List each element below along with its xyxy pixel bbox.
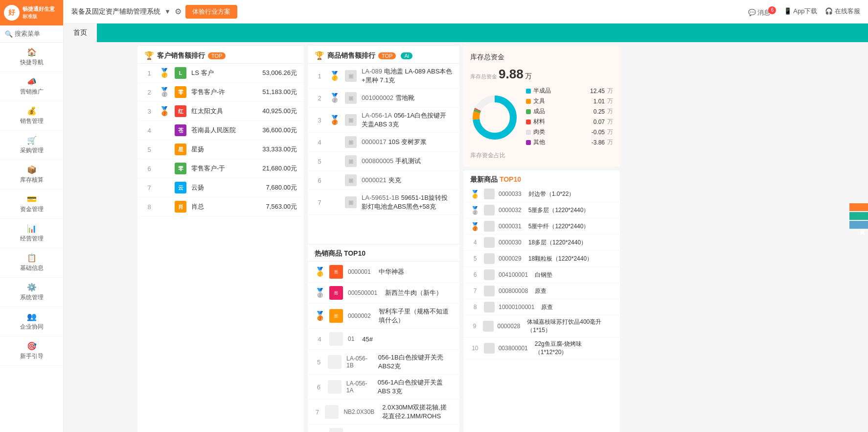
rank-number: 7 (144, 184, 154, 192)
sidebar-item-system[interactable]: ⚙️ 系统管理 (0, 278, 63, 307)
hot-products-header: 热销商品 TOP10 (308, 244, 459, 262)
sidebar-item-enterprise[interactable]: 👥 企业协同 (0, 307, 63, 336)
rank-number: 6 (144, 165, 154, 172)
new-code: 000800008 (499, 288, 528, 294)
legend-item: 文具 1.01 万 (526, 97, 613, 105)
top-products-badge: TOP (378, 52, 396, 59)
customer-rank-item: 8 🥉 肖 肖总 7,563.00元 (137, 197, 304, 216)
rank-number: 5 (315, 158, 324, 165)
product-thumb: ▣ (345, 114, 357, 126)
sidebar-item-basic-info[interactable]: 📋 基础信息 (0, 248, 63, 278)
top-products-body: 1 🥇 ▣ LA-089电池盖 LA-089 ABS本色+黑种 7.1克 2 🥈… (308, 64, 459, 244)
rank-number: 5 (144, 146, 154, 153)
medal-icon: 🥈 (329, 93, 340, 103)
rank-avatar: 零 (175, 86, 186, 98)
rank-avatar: 零 (175, 163, 186, 174)
hot-name: 45# (362, 336, 373, 343)
sidebar-item-finance[interactable]: 💳 资金管理 (0, 190, 63, 219)
rank-medal: 🥉 (315, 311, 324, 321)
customer-rank-item: 4 🥉 苍 苍南县人民医院 36,600.00元 (137, 121, 304, 140)
hot-thumb: 图 (329, 309, 343, 323)
trial-button[interactable]: 体验行业方案 (185, 5, 237, 19)
product-info: 000001710S 变树罗浆 (362, 138, 453, 146)
left-spacer (64, 42, 134, 432)
rank-number: 4 (315, 139, 324, 146)
new-thumb (484, 269, 495, 280)
customer-ranking-panel: 🏆 客户销售额排行 TOP 1 🥇 L LS 客户 53,006.26元 2 (137, 46, 304, 432)
new-product-item: 5 0000029 18颗粒板（1220*2440） (463, 251, 620, 267)
new-products-panel: 最新商品 TOP10 🥇 0000033 封边带（1.0*22） 🥈 00 (463, 170, 620, 432)
inventory-amount: 9.88 (499, 67, 524, 81)
sidebar-item-sales[interactable]: 💰 销售管理 (0, 101, 63, 131)
rank-avatar: 肖 (175, 201, 186, 213)
finance-icon: 💳 (27, 194, 37, 204)
rank-amount: 7,680.00元 (266, 183, 297, 192)
inventory-footer: 库存资金占比 (470, 151, 613, 160)
rank-name: 苍南县人民医院 (191, 126, 257, 135)
system-dropdown[interactable]: ▼ (164, 8, 171, 15)
new-name: 18颗粒板（1220*2440） (528, 255, 593, 263)
rank-number: 10 (470, 345, 480, 352)
legend-dot (526, 109, 531, 114)
hot-product-item: 🥉 图 0000002 智利车子里（规格不知道填什么） (308, 304, 459, 329)
sidebar-item-guide[interactable]: 🎯 新手引导 (0, 336, 63, 366)
cs-btn-hotline[interactable]: 客服热线 (849, 203, 868, 211)
hot-name: 新西兰牛肉（新牛） (385, 288, 442, 297)
app-download-link[interactable]: 📱 App下载 (784, 7, 817, 16)
tab-home[interactable]: 首页 (64, 24, 97, 42)
sidebar-item-inventory[interactable]: 📦 库存核算 (0, 160, 63, 190)
trophy-icon-2: 🏆 (315, 51, 324, 60)
sidebar-item-operations[interactable]: 📊 经营管理 (0, 219, 63, 248)
rank-avatar: 星 (175, 144, 186, 155)
legend-unit: 万 (607, 107, 613, 116)
rank-number: 3 (144, 108, 154, 115)
rank-avatar: 苍 (175, 124, 186, 136)
rank-number: 1 (144, 70, 154, 77)
rank-number: 7 (315, 199, 324, 206)
sidebar-logo: 好 畅捷通好生意 标准版 (0, 0, 63, 25)
search-menu[interactable]: 🔍 搜索菜单 (0, 25, 63, 43)
hot-name: 056-1A白色按键开关盖ABS 3克 (378, 378, 453, 396)
basic-info-icon: 📋 (27, 253, 37, 263)
rank-number: 4 (144, 127, 154, 134)
new-code: 0000028 (498, 323, 521, 330)
new-code: 0000030 (499, 239, 522, 246)
new-product-item: 8 10000100001 原查 (463, 299, 620, 315)
rank-name: 零售客户-许 (191, 88, 257, 96)
inventory-panel: 库存总资金 库存总资金 9.88 万 (463, 46, 620, 167)
online-service-link[interactable]: 🎧 在线客服 (825, 7, 860, 16)
sidebar-item-marketing[interactable]: 📣 营销推广 (0, 72, 63, 101)
inventory-chart-area: 半成品 12.45 万 文具 1.01 万 (470, 87, 613, 148)
customer-rank-item: 3 🥉 红 红太阳文具 40,925.00元 (137, 102, 304, 121)
legend-value: -0.05 (592, 129, 605, 136)
hot-thumb (328, 355, 342, 369)
rank-amount: 36,600.00元 (262, 126, 297, 135)
search-icon: 🔍 (5, 30, 13, 38)
rank-avatar: L (175, 67, 186, 79)
product-info: 001000002雪地靴 (362, 94, 453, 102)
customer-ranking-badge: TOP (208, 52, 226, 59)
message-link[interactable]: 💬 消息6 (748, 6, 777, 17)
new-name: 体城嘉枝味苏打饮品400毫升（1*15） (527, 318, 613, 335)
product-rank-item: 1 🥇 ▣ LA-089电池盖 LA-089 ABS本色+黑种 7.1克 (308, 64, 459, 89)
settings-icon[interactable]: ⚙ (175, 7, 182, 16)
cs-btn-community[interactable]: 服务社区 (849, 212, 868, 220)
new-thumb (483, 321, 494, 332)
rank-number: 5 (470, 255, 480, 262)
product-rank-item: 4 🥉 ▣ 000001710S 变树罗浆 (308, 133, 459, 152)
product-rank-item: 5 🥉 ▣ 000800005手机测试 (308, 152, 459, 171)
legend-item: 其他 -3.86 万 (526, 138, 613, 146)
legend-value: 0.25 (594, 108, 605, 115)
new-code: 0000031 (499, 223, 522, 230)
new-products-list: 🥇 0000033 封边带（1.0*22） 🥈 0000032 5厘多层（122… (463, 184, 620, 432)
new-product-item: 🥇 0000033 封边带（1.0*22） (463, 186, 620, 202)
cs-btn-live[interactable]: 直播 (849, 221, 868, 229)
hot-thumb (329, 332, 343, 346)
sidebar-item-purchase[interactable]: 🛒 采购管理 (0, 131, 63, 160)
hot-thumb (325, 405, 339, 419)
medal-icon: 🥉 (159, 106, 170, 117)
product-rank-item: 6 🥉 ▣ 0000021夹克 (308, 171, 459, 190)
marketing-icon: 📣 (27, 77, 37, 86)
sidebar-item-quick-nav[interactable]: 🏠 快捷导航 (0, 43, 63, 72)
rank-num: 5 (315, 359, 323, 366)
